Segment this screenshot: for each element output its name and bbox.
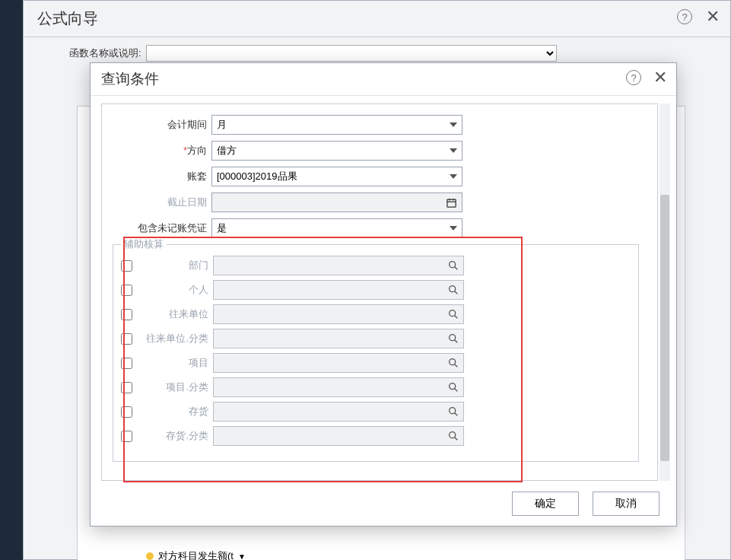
aux-row-project: 项目 xyxy=(121,353,621,373)
aux-lookup-input[interactable] xyxy=(213,402,464,422)
includeunposted-select[interactable]: 是 xyxy=(211,218,462,238)
function-name-select[interactable] xyxy=(146,45,557,62)
search-icon xyxy=(447,284,459,296)
aux-checkbox[interactable] xyxy=(121,333,132,345)
inner-dialog-title: 查询条件 xyxy=(101,71,159,87)
search-icon xyxy=(447,406,459,418)
function-name-label: 函数名称或说明: xyxy=(69,46,141,60)
dropdown-icon: ▼ xyxy=(238,552,246,561)
includeunposted-label: 包含未记账凭证 xyxy=(113,221,211,235)
aux-checkbox[interactable] xyxy=(121,285,132,296)
svg-point-4 xyxy=(450,262,456,268)
ledger-label: 账套 xyxy=(113,170,211,183)
aux-label: 存货.分类 xyxy=(140,429,213,443)
enddate-label: 截止日期 xyxy=(113,196,211,209)
svg-line-5 xyxy=(455,267,458,270)
help-icon[interactable]: ? xyxy=(677,9,692,24)
svg-line-7 xyxy=(455,291,458,294)
svg-line-11 xyxy=(455,340,458,343)
aux-row-person: 个人 xyxy=(121,280,621,300)
aux-row-dept: 部门 xyxy=(121,256,621,275)
aux-row-corr: 往来单位 xyxy=(121,304,621,324)
aux-row-corr-cat: 往来单位.分类 xyxy=(121,329,621,348)
svg-line-17 xyxy=(455,413,458,416)
svg-point-18 xyxy=(450,432,456,438)
aux-label: 项目 xyxy=(140,356,213,370)
aux-accounting-fieldset: 辅助核算 部门 个人 往来 xyxy=(113,244,639,462)
ok-button[interactable]: 确定 xyxy=(512,492,579,516)
aux-label: 往来单位 xyxy=(140,307,213,321)
vertical-scrollbar[interactable] xyxy=(659,103,670,481)
direction-select[interactable]: 借方 xyxy=(211,141,462,161)
search-icon xyxy=(447,259,459,272)
svg-point-14 xyxy=(450,383,456,390)
svg-point-8 xyxy=(450,310,456,317)
aux-row-project-cat: 项目.分类 xyxy=(121,377,621,397)
tree-bottom-item[interactable]: 对方科目发生额(t ▼ xyxy=(146,549,246,560)
aux-row-inventory: 存货 xyxy=(121,402,621,422)
close-icon[interactable]: ✕ xyxy=(706,8,720,25)
aux-label: 往来单位.分类 xyxy=(140,332,213,345)
aux-lookup-input[interactable] xyxy=(213,329,464,348)
aux-lookup-input[interactable] xyxy=(213,304,464,324)
search-icon xyxy=(447,308,459,320)
inner-dialog-title-bar: 查询条件 ? ✕ xyxy=(91,63,676,96)
ledger-value: [000003]2019品果 xyxy=(217,170,297,183)
outer-dialog-title-bar: 公式向导 ? ✕ xyxy=(24,1,730,37)
svg-point-6 xyxy=(450,286,456,292)
chevron-down-icon xyxy=(450,148,457,153)
aux-label: 个人 xyxy=(140,283,213,297)
search-icon xyxy=(447,430,459,442)
aux-checkbox[interactable] xyxy=(121,309,132,320)
includeunposted-value: 是 xyxy=(217,221,227,235)
chevron-down-icon xyxy=(450,226,457,231)
aux-legend: 辅助核算 xyxy=(121,237,167,251)
scroll-thumb[interactable] xyxy=(660,195,669,461)
enddate-input[interactable] xyxy=(211,192,462,212)
help-icon[interactable]: ? xyxy=(626,70,641,85)
search-icon xyxy=(447,357,459,369)
svg-line-15 xyxy=(455,389,458,392)
chevron-down-icon xyxy=(450,123,457,127)
aux-lookup-input[interactable] xyxy=(213,280,464,300)
svg-point-10 xyxy=(450,335,456,341)
form-panel: 会计期间 月 *方向 借方 账套 [000003]2019品果 xyxy=(101,103,658,481)
cancel-button[interactable]: 取消 xyxy=(593,492,659,516)
svg-point-12 xyxy=(450,359,456,365)
svg-line-9 xyxy=(455,316,458,319)
svg-rect-0 xyxy=(447,199,456,207)
aux-lookup-input[interactable] xyxy=(213,426,464,446)
aux-lookup-input[interactable] xyxy=(213,256,464,275)
query-condition-dialog: 查询条件 ? ✕ 会计期间 月 *方向 借方 xyxy=(90,62,677,527)
inner-dialog-body: 会计期间 月 *方向 借方 账套 [000003]2019品果 xyxy=(91,96,676,527)
period-value: 月 xyxy=(217,118,227,132)
search-icon xyxy=(447,332,459,345)
ledger-select[interactable]: [000003]2019品果 xyxy=(211,167,462,186)
tree-item-label: 对方科目发生额(t xyxy=(158,549,234,560)
svg-point-16 xyxy=(450,408,456,414)
period-select[interactable]: 月 xyxy=(211,115,462,135)
svg-line-19 xyxy=(455,438,458,441)
aux-label: 项目.分类 xyxy=(140,380,213,394)
aux-checkbox[interactable] xyxy=(121,260,132,272)
period-label: 会计期间 xyxy=(113,118,211,132)
aux-checkbox[interactable] xyxy=(121,358,132,369)
aux-lookup-input[interactable] xyxy=(213,353,464,373)
aux-label: 部门 xyxy=(140,259,213,272)
aux-checkbox[interactable] xyxy=(121,431,132,442)
direction-value: 借方 xyxy=(217,144,237,158)
aux-checkbox[interactable] xyxy=(121,382,132,393)
aux-lookup-input[interactable] xyxy=(213,377,464,397)
outer-dialog-title: 公式向导 xyxy=(37,10,98,27)
aux-label: 存货 xyxy=(140,405,213,418)
direction-label: *方向 xyxy=(113,144,211,158)
calendar-icon xyxy=(446,197,457,208)
svg-line-13 xyxy=(455,364,458,368)
chevron-down-icon xyxy=(450,174,457,179)
bullet-icon xyxy=(146,552,154,560)
close-icon[interactable]: ✕ xyxy=(653,69,667,86)
search-icon xyxy=(447,381,459,393)
aux-checkbox[interactable] xyxy=(121,406,132,418)
aux-row-inventory-cat: 存货.分类 xyxy=(121,426,621,446)
